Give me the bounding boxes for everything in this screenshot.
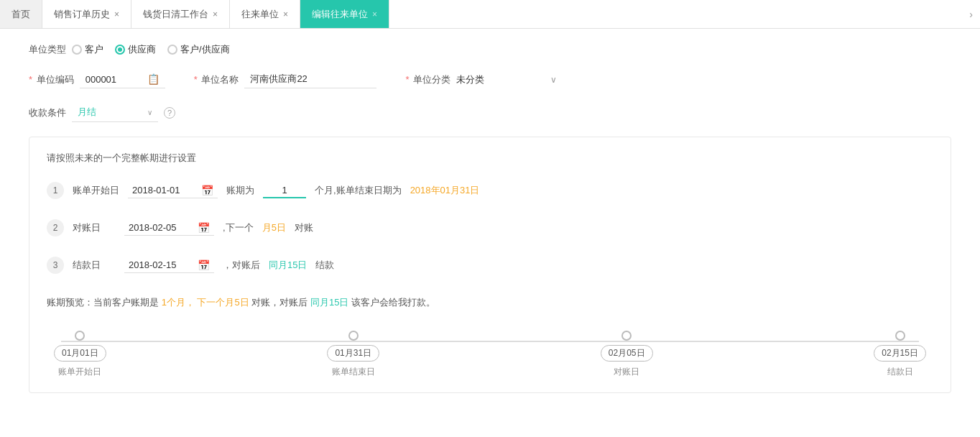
reconcile-date-input[interactable]	[129, 222, 193, 233]
timeline-label-2: 账单结束日	[332, 366, 375, 378]
payment-date-input[interactable]	[129, 259, 193, 270]
timeline-dot-1	[75, 331, 85, 341]
payment-row: 收款条件 月结 ∨ ?	[29, 103, 951, 122]
unit-type-label: 单位类型	[29, 43, 66, 56]
row-num-1: 1	[47, 182, 64, 199]
preview-suffix: 该客户会给我打款。	[351, 297, 435, 308]
reconcile-date-field: 📅	[124, 221, 214, 236]
payment-select[interactable]: 月结 ∨	[72, 103, 158, 122]
timeline: 01月01日 账单开始日 01月31日 账单结束日 02月05日 对账日 02月…	[47, 331, 933, 378]
preview-reconcile: 下一个月5日	[197, 297, 249, 308]
reconcile-suffix: 对账	[295, 221, 313, 234]
payment-help-icon[interactable]: ?	[164, 107, 175, 119]
tab-sales-history[interactable]: 销售订单历史 ×	[42, 0, 131, 28]
radio-both-circle	[167, 45, 177, 55]
tab-partner-label: 往来单位	[241, 8, 279, 21]
unit-name-group: * 单位名称	[194, 71, 377, 88]
row-num-2: 2	[47, 219, 64, 236]
radio-customer-label: 客户	[85, 43, 103, 56]
unit-code-icon[interactable]: 📋	[147, 73, 160, 85]
unit-classify-group: * 单位分类 未分类 ∨	[405, 73, 557, 86]
tab-edit-partner-close[interactable]: ×	[372, 9, 377, 19]
tab-sales-history-close[interactable]: ×	[114, 9, 119, 19]
payment-prefix: ，对账后	[223, 259, 260, 272]
tab-home-label: 首页	[11, 8, 30, 21]
data-row-1: 1 账单开始日 📅 账期为 个月,账单结束日期为 2018年01月31日	[47, 182, 933, 199]
preview-payment: 同月15日	[310, 297, 348, 308]
row-num-3: 3	[47, 257, 64, 274]
period-value-input[interactable]	[263, 183, 306, 198]
start-date-input[interactable]	[132, 185, 197, 196]
timeline-point-4: 02月15日 结款日	[874, 331, 926, 378]
start-date-field: 📅	[128, 183, 218, 198]
row-label-2: 对账日	[73, 221, 116, 234]
required-code: *	[29, 74, 32, 85]
unit-classify-label: * 单位分类	[405, 73, 450, 86]
tab-edit-partner[interactable]: 编辑往来单位 ×	[300, 0, 389, 28]
radio-supplier-label: 供应商	[128, 43, 156, 56]
payment-group: 收款条件 月结 ∨ ?	[29, 103, 175, 122]
radio-group: 客户 供应商 客户/供应商	[72, 43, 230, 56]
payment-date-field: 📅	[124, 258, 214, 273]
timeline-dot-4	[895, 331, 905, 341]
timeline-label-3: 对账日	[614, 366, 639, 378]
unit-classify-value: 未分类	[456, 73, 546, 86]
timeline-points: 01月01日 账单开始日 01月31日 账单结束日 02月05日 对账日 02月…	[54, 331, 926, 378]
payment-value: 月结	[78, 106, 143, 119]
timeline-badge-1: 01月01日	[54, 345, 106, 362]
timeline-badge-3: 02月05日	[601, 345, 653, 362]
unit-name-input[interactable]	[244, 71, 376, 88]
radio-supplier[interactable]: 供应商	[115, 43, 156, 56]
tab-cash-work-close[interactable]: ×	[213, 9, 218, 19]
payment-chevron: ∨	[147, 109, 152, 116]
timeline-point-1: 01月01日 账单开始日	[54, 331, 106, 378]
tab-cash-work-label: 钱货日清工作台	[143, 8, 208, 21]
tab-sales-history-label: 销售订单历史	[54, 8, 110, 21]
timeline-label-1: 账单开始日	[58, 366, 101, 378]
payment-highlight: 同月15日	[269, 259, 307, 272]
timeline-badge-2: 01月31日	[327, 345, 379, 362]
timeline-dot-3	[621, 331, 632, 341]
reconcile-prefix: ,下一个	[223, 221, 254, 234]
preview-period: 1个月，	[162, 297, 195, 308]
data-row-3: 3 结款日 📅 ，对账后 同月15日 结款	[47, 257, 933, 274]
timeline-point-2: 01月31日 账单结束日	[327, 331, 379, 378]
section-title: 请按照未来的一个完整帐期进行设置	[47, 152, 933, 165]
unit-code-input[interactable]	[85, 74, 143, 85]
start-date-calendar-icon[interactable]: 📅	[201, 185, 213, 196]
timeline-badge-4: 02月15日	[874, 345, 926, 362]
radio-supplier-circle	[115, 45, 125, 55]
unit-type-group: 单位类型 客户 供应商 客户/供应商	[29, 43, 230, 56]
tab-cash-work[interactable]: 钱货日清工作台 ×	[131, 0, 230, 28]
tab-partner-close[interactable]: ×	[283, 9, 288, 19]
radio-customer[interactable]: 客户	[72, 43, 103, 56]
preview-text: 账期预览：当前客户账期是 1个月， 下一个月5日 对账，对账后 同月15日 该客…	[47, 294, 933, 310]
payment-suffix-text: 结款	[315, 259, 334, 272]
timeline-dot-2	[348, 331, 359, 341]
tab-edit-partner-label: 编辑往来单位	[312, 8, 368, 21]
payment-label: 收款条件	[29, 106, 66, 119]
tab-bar: 首页 销售订单历史 × 钱货日清工作台 × 往来单位 × 编辑往来单位 × ›	[0, 0, 980, 29]
timeline-point-3: 02月05日 对账日	[601, 331, 653, 378]
timeline-label-4: 结款日	[887, 366, 913, 378]
tab-home[interactable]: 首页	[0, 0, 42, 28]
tab-more-arrow[interactable]: ›	[962, 0, 980, 28]
unit-code-group: * 单位编码 📋	[29, 70, 165, 88]
radio-customer-circle	[72, 45, 82, 55]
reconcile-highlight: 月5日	[262, 221, 286, 234]
unit-classify-select[interactable]: 未分类 ∨	[456, 73, 557, 86]
radio-both[interactable]: 客户/供应商	[167, 43, 230, 56]
row-label-3: 结款日	[73, 259, 116, 272]
main-content: 单位类型 客户 供应商 客户/供应商 * 单位编码	[0, 29, 980, 437]
required-classify: *	[405, 74, 409, 85]
period-end-date: 2018年01月31日	[410, 184, 480, 197]
radio-both-label: 客户/供应商	[180, 43, 230, 56]
payment-date-calendar-icon[interactable]: 📅	[198, 259, 210, 271]
preview-label: 账期预览：当前客户账期是	[47, 297, 159, 308]
tab-partner[interactable]: 往来单位 ×	[230, 0, 300, 28]
unit-type-row: 单位类型 客户 供应商 客户/供应商	[29, 43, 951, 56]
unit-name-label: * 单位名称	[194, 73, 239, 86]
reconcile-date-calendar-icon[interactable]: 📅	[198, 222, 210, 234]
preview-mid: 对账，对账后	[251, 297, 310, 308]
classify-dropdown-arrow[interactable]: ∨	[550, 75, 557, 85]
